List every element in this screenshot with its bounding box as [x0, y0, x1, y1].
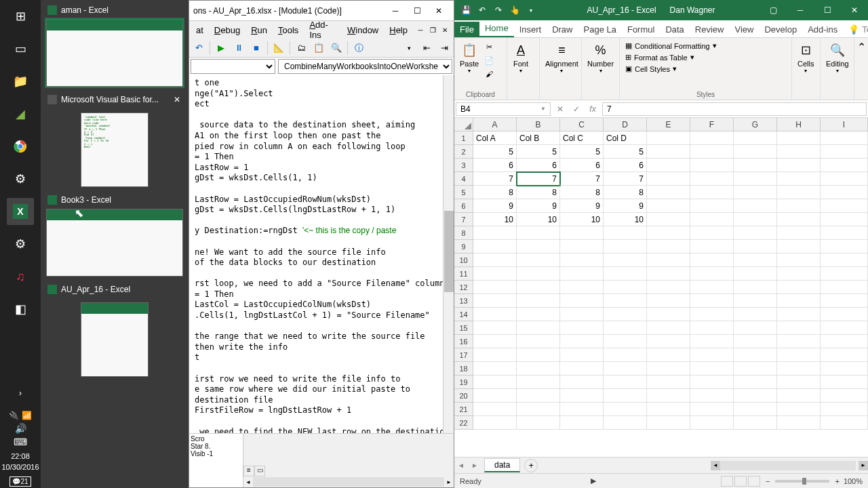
properties-panel[interactable]: Scro Star 8. Visib -1: [189, 434, 243, 487]
normal-view-icon[interactable]: [721, 476, 733, 487]
format-painter-icon[interactable]: 🖌: [483, 68, 495, 80]
row-header[interactable]: 19: [454, 375, 473, 389]
settings-icon[interactable]: ⚙: [7, 165, 34, 192]
view-proc-icon[interactable]: ▭: [254, 466, 265, 476]
cell[interactable]: [734, 294, 777, 308]
page-layout-view-icon[interactable]: [734, 476, 747, 487]
cell[interactable]: [821, 226, 868, 240]
cell[interactable]: Col A: [473, 131, 517, 145]
cell[interactable]: [473, 335, 517, 348]
tab-data[interactable]: Data: [660, 22, 689, 37]
cell[interactable]: [777, 375, 821, 389]
cell[interactable]: 8: [604, 186, 647, 199]
cell[interactable]: [604, 294, 647, 308]
cell[interactable]: [690, 199, 734, 213]
tab-developer[interactable]: Develop: [759, 22, 802, 37]
cell[interactable]: 7: [473, 172, 517, 186]
tab-page-layout[interactable]: Page La: [578, 22, 622, 37]
cell[interactable]: [604, 321, 647, 335]
cell[interactable]: [734, 226, 777, 240]
cell[interactable]: 8: [560, 186, 604, 199]
cell[interactable]: 7: [517, 172, 560, 186]
object-dropdown[interactable]: [191, 59, 275, 74]
cell[interactable]: [604, 389, 647, 403]
col-header-e[interactable]: E: [647, 118, 690, 131]
menu-tools[interactable]: Tools: [274, 24, 302, 37]
row-header[interactable]: 9: [454, 240, 473, 253]
cell[interactable]: [473, 308, 517, 321]
macro-record-icon[interactable]: ▶: [591, 476, 596, 485]
close-button[interactable]: ✕: [841, 0, 868, 20]
number-group-button[interactable]: %Number▾: [586, 41, 615, 75]
start-button[interactable]: ⊞: [7, 3, 34, 30]
cell[interactable]: 6: [517, 159, 560, 172]
font-group-button[interactable]: AFont▾: [511, 41, 530, 75]
cell[interactable]: [647, 348, 690, 362]
cell[interactable]: [517, 226, 560, 240]
cell[interactable]: 8: [473, 186, 517, 199]
cell[interactable]: [690, 240, 734, 253]
cell[interactable]: [690, 403, 734, 416]
tab-prev-icon[interactable]: ◄: [454, 459, 468, 472]
app-icon[interactable]: ◢: [7, 100, 34, 127]
menu-debug[interactable]: Debug: [210, 24, 244, 37]
cell[interactable]: [560, 253, 604, 267]
mdi-close[interactable]: ✕: [439, 24, 451, 35]
cell[interactable]: 9: [517, 199, 560, 213]
toolbar-options-icon[interactable]: ▾: [402, 41, 416, 55]
menu-format[interactable]: at: [192, 24, 208, 37]
procedure-dropdown[interactable]: CombineManyWorkbooksIntoOneWorkshe: [278, 59, 452, 74]
cell[interactable]: 8: [517, 186, 560, 199]
cell[interactable]: [777, 131, 821, 145]
cell[interactable]: [777, 213, 821, 226]
row-header[interactable]: 7: [454, 213, 473, 226]
cell[interactable]: [821, 199, 868, 213]
cell[interactable]: [604, 362, 647, 375]
cell[interactable]: [517, 321, 560, 335]
cell[interactable]: [734, 172, 777, 186]
task-view-icon[interactable]: ▭: [7, 35, 34, 62]
col-header-d[interactable]: D: [604, 118, 647, 131]
cell[interactable]: [821, 389, 868, 403]
copy-icon[interactable]: 📄: [483, 54, 495, 66]
cell[interactable]: [821, 172, 868, 186]
task-item-book3[interactable]: Book3 - Excel: [43, 192, 186, 277]
chrome-icon[interactable]: [7, 133, 34, 160]
cell[interactable]: [647, 294, 690, 308]
cell[interactable]: [690, 253, 734, 267]
cell[interactable]: 10: [517, 213, 560, 226]
cell[interactable]: [777, 389, 821, 403]
tab-next-icon[interactable]: ►: [468, 459, 481, 472]
cell[interactable]: [473, 321, 517, 335]
cell[interactable]: [517, 240, 560, 253]
cell[interactable]: [821, 362, 868, 375]
cell[interactable]: [690, 226, 734, 240]
fx-icon[interactable]: fx: [585, 102, 601, 117]
cell[interactable]: [777, 321, 821, 335]
cell[interactable]: [517, 389, 560, 403]
cell[interactable]: [647, 159, 690, 172]
cell[interactable]: [517, 375, 560, 389]
cell[interactable]: [821, 294, 868, 308]
cell[interactable]: [647, 403, 690, 416]
cell[interactable]: 5: [517, 145, 560, 159]
task-item-aman[interactable]: aman - Excel: [43, 3, 186, 87]
cell[interactable]: [777, 403, 821, 416]
cell[interactable]: [604, 308, 647, 321]
object-browser-icon[interactable]: 🔍: [330, 41, 343, 55]
cell[interactable]: 7: [560, 172, 604, 186]
tab-home[interactable]: Home: [479, 20, 514, 37]
horizontal-scrollbar[interactable]: [720, 461, 856, 470]
cell[interactable]: [690, 281, 734, 294]
cell[interactable]: [821, 267, 868, 281]
mdi-restore[interactable]: ❐: [427, 24, 439, 35]
tab-addins[interactable]: Add-ins: [802, 22, 843, 37]
cell[interactable]: 10: [560, 213, 604, 226]
cell[interactable]: [517, 403, 560, 416]
close-icon[interactable]: ✕: [172, 95, 182, 104]
cell[interactable]: [647, 308, 690, 321]
cell[interactable]: [473, 389, 517, 403]
format-as-table-button[interactable]: ⊞Format as Table ▾: [624, 52, 718, 62]
vertical-scrollbar[interactable]: [443, 75, 454, 433]
row-header[interactable]: 13: [454, 294, 473, 308]
